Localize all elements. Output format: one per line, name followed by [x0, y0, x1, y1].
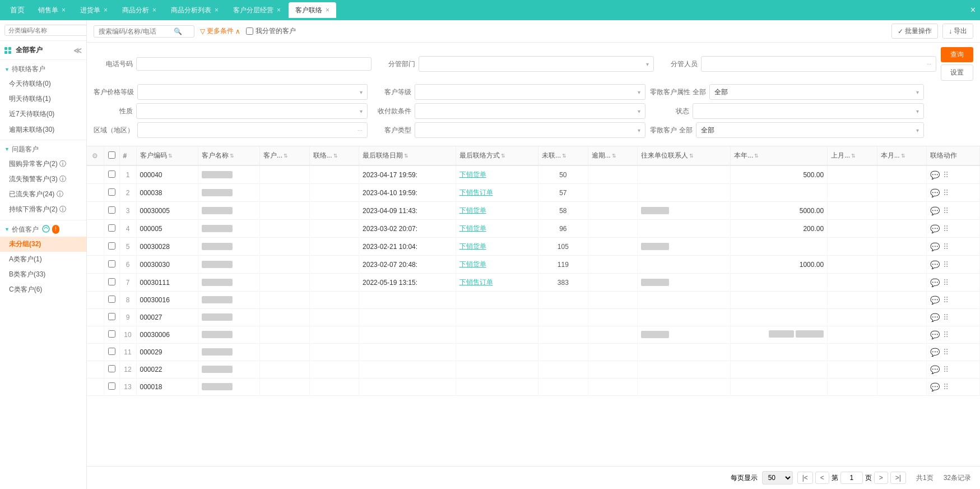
row-checkbox[interactable] [108, 365, 115, 372]
sidebar-item-churn-warning[interactable]: 流失预警客户(3) ⓘ [0, 172, 86, 187]
td-checkbox[interactable] [104, 202, 119, 220]
col-name[interactable]: 客户名称⇅ [198, 146, 259, 165]
col-uncontacted[interactable]: 未联...⇅ [538, 146, 588, 165]
col-contact-person[interactable]: 往来单位联系人⇅ [638, 146, 731, 165]
action-message-icon[interactable]: 💬 [930, 313, 940, 322]
tab-product-analysis-close[interactable]: × [152, 6, 156, 14]
tab-customer-contact[interactable]: 客户联络 × [289, 2, 336, 18]
tab-sales[interactable]: 销售单 × [31, 2, 72, 18]
td-checkbox[interactable] [104, 238, 119, 256]
row-checkbox[interactable] [108, 296, 115, 303]
action-grid-icon[interactable]: ⠿ [943, 188, 949, 197]
row-checkbox[interactable] [108, 206, 115, 214]
td-checkbox[interactable] [104, 344, 119, 361]
action-grid-icon[interactable]: ⠿ [943, 313, 949, 322]
my-customers-checkbox[interactable] [246, 27, 253, 35]
tab-bar-close-all[interactable]: × [970, 5, 976, 15]
action-message-icon[interactable]: 💬 [930, 330, 940, 339]
tab-customer-tier[interactable]: 客户分层经营 × [226, 2, 287, 18]
link-last-way[interactable]: 下销售订单 [459, 188, 493, 196]
sidebar-item-churned[interactable]: 已流失客户(24) ⓘ [0, 187, 86, 202]
select-customer-level[interactable]: ▾ [415, 84, 646, 100]
row-checkbox[interactable] [108, 330, 115, 338]
select-dept[interactable]: ▾ [419, 56, 654, 72]
select-nature[interactable]: ▾ [136, 103, 368, 119]
select-retail-customer[interactable]: 全部 ▾ [696, 122, 924, 138]
td-checkbox[interactable] [104, 165, 119, 184]
group-pending-contact[interactable]: ▼ 待联络客户 [0, 62, 86, 76]
batch-ops-btn[interactable]: ✓ 批量操作 [891, 24, 938, 39]
col-overdue[interactable]: 逾期...⇅ [588, 146, 638, 165]
col-code[interactable]: 客户编码⇅ [136, 146, 198, 165]
action-grid-icon[interactable]: ⠿ [943, 296, 949, 305]
link-last-way[interactable]: 下销货单 [459, 260, 486, 268]
link-last-way[interactable]: 下销货单 [459, 170, 486, 178]
filter-search-icon[interactable]: 🔍 [174, 27, 182, 35]
action-grid-icon[interactable]: ⠿ [943, 365, 949, 374]
td-checkbox[interactable] [104, 379, 119, 396]
col-contact[interactable]: 联络...⇅ [309, 146, 359, 165]
row-checkbox[interactable] [108, 242, 115, 250]
action-message-icon[interactable]: 💬 [930, 365, 940, 374]
tab-purchase-close[interactable]: × [104, 6, 108, 14]
first-page-btn[interactable]: |< [797, 472, 813, 484]
sidebar-item-a-class[interactable]: A类客户(1) [0, 252, 86, 267]
td-checkbox[interactable] [104, 274, 119, 292]
tab-home[interactable]: 首页 [4, 5, 30, 15]
td-checkbox[interactable] [104, 256, 119, 274]
select-status[interactable]: ▾ [693, 103, 924, 119]
td-checkbox[interactable] [104, 220, 119, 238]
col-type[interactable]: 客户...⇅ [259, 146, 309, 165]
col-year[interactable]: 本年...⇅ [731, 146, 828, 165]
input-phone[interactable] [136, 57, 371, 71]
action-message-icon[interactable]: 💬 [930, 260, 940, 269]
action-message-icon[interactable]: 💬 [930, 278, 940, 287]
tab-product-analysis-list-close[interactable]: × [215, 6, 219, 14]
per-page-select[interactable]: 50 20 100 [762, 471, 793, 485]
refresh-icon[interactable] [42, 225, 50, 233]
action-message-icon[interactable]: 💬 [930, 382, 940, 391]
action-message-icon[interactable]: 💬 [930, 296, 940, 305]
action-message-icon[interactable]: 💬 [930, 242, 940, 251]
reset-btn[interactable]: 设置 [941, 64, 973, 81]
action-grid-icon[interactable]: ⠿ [943, 348, 949, 357]
row-checkbox[interactable] [108, 188, 115, 196]
sidebar-item-c-class[interactable]: C类客户(6) [0, 282, 86, 297]
sidebar-item-7days[interactable]: 近7天待联络(0) [0, 107, 86, 122]
sidebar-item-declining[interactable]: 持续下滑客户(2) ⓘ [0, 202, 86, 217]
action-message-icon[interactable]: 💬 [930, 188, 940, 197]
td-checkbox[interactable] [104, 326, 119, 344]
query-btn[interactable]: 查询 [941, 47, 973, 62]
tab-purchase[interactable]: 进货单 × [73, 2, 114, 18]
td-checkbox[interactable] [104, 184, 119, 202]
row-checkbox[interactable] [108, 348, 115, 355]
tab-customer-tier-close[interactable]: × [277, 6, 281, 14]
select-person[interactable]: ··· [701, 56, 936, 72]
group-value-customers[interactable]: ▼ 价值客户 ! [0, 223, 86, 237]
tab-customer-contact-close[interactable]: × [326, 6, 329, 14]
row-checkbox[interactable] [108, 170, 115, 178]
sidebar-item-tomorrow[interactable]: 明天待联络(1) [0, 91, 86, 107]
td-checkbox[interactable] [104, 361, 119, 379]
link-last-way[interactable]: 下销货单 [459, 224, 486, 232]
tab-product-analysis-list[interactable]: 商品分析列表 × [164, 2, 225, 18]
col-last-way[interactable]: 最后联络方式⇅ [456, 146, 538, 165]
export-btn[interactable]: ↓ 导出 [942, 24, 973, 39]
page-input[interactable] [840, 472, 863, 484]
select-retail-attr[interactable]: 全部 ▾ [709, 84, 924, 100]
sidebar-item-unclassified[interactable]: 未分组(32) [0, 237, 86, 252]
select-customer-type[interactable]: ▾ [415, 122, 646, 138]
sidebar-search-input[interactable] [4, 25, 87, 36]
link-last-way[interactable]: 下销货单 [459, 242, 486, 250]
sidebar-item-b-class[interactable]: B类客户(33) [0, 267, 86, 282]
sidebar-collapse-icon[interactable]: ≪ [73, 46, 82, 55]
next-page-btn[interactable]: > [874, 472, 888, 484]
filter-search-input[interactable] [99, 27, 171, 35]
select-price-level[interactable]: ▾ [137, 84, 368, 100]
select-region[interactable]: ··· [137, 122, 368, 138]
all-customers-header[interactable]: 全部客户 ≪ [0, 41, 86, 57]
link-last-way[interactable]: 下销售订单 [459, 278, 493, 286]
row-checkbox[interactable] [108, 224, 115, 232]
tab-sales-close[interactable]: × [62, 6, 66, 14]
row-checkbox[interactable] [108, 260, 115, 267]
